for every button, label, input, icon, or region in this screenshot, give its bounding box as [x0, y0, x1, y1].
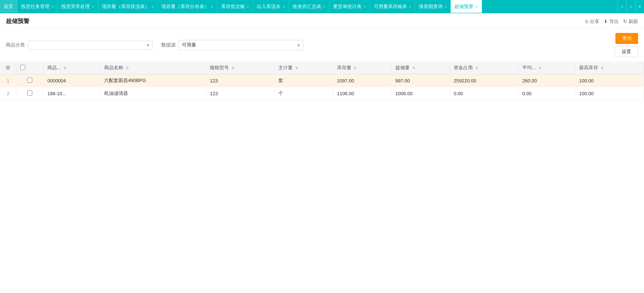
query-button[interactable]: 查询	[615, 33, 638, 44]
nav-quality-check-label: 保质期查询	[419, 3, 443, 10]
sort-icon: ⇅	[538, 66, 541, 70]
nav-in-out[interactable]: 出入库流水 ×	[253, 0, 289, 13]
nav-task-mgmt-label: 拣货任务管理	[21, 3, 50, 10]
export-button[interactable]: ⬇ 导出	[604, 18, 619, 25]
col-product-name-label: 商品名称	[104, 65, 123, 70]
select-all-checkbox[interactable]	[20, 65, 25, 70]
cell-unit: 套	[275, 74, 333, 87]
col-unit-label: 主计量	[278, 65, 293, 70]
share-label: 分享	[590, 18, 599, 25]
close-icon[interactable]: ×	[363, 4, 366, 9]
cell-spec: 123	[206, 87, 275, 100]
page-title: 超储预警	[6, 18, 29, 25]
cell-product-name: 六配套新昌490BPG	[100, 74, 206, 87]
sort-icon: ⇅	[231, 66, 234, 70]
nav-abnormal[interactable]: 拣货异常处理 ×	[58, 0, 98, 13]
sort-icon: ⇅	[126, 66, 129, 70]
share-button[interactable]: ⎗ 分享	[585, 18, 599, 25]
close-icon[interactable]: ×	[409, 4, 411, 9]
nav-inventory-status[interactable]: 现存量（库存状况表） ×	[98, 0, 158, 13]
cell-no: 1	[0, 74, 16, 87]
nav-order-stats-label: 要货单统计表	[333, 3, 362, 10]
cell-stock: 1097.00	[333, 74, 391, 87]
close-icon[interactable]: ×	[151, 4, 154, 9]
page-content: 超储预警 ⎗ 分享 ⬇ 导出 ↻ 刷新 商品分类 ▾ 数据源	[0, 13, 644, 293]
sort-icon: ⇅	[412, 66, 415, 70]
cell-overstock: 997.00	[391, 74, 450, 87]
table-row: 2186-10...机油滤清器123个1106.001006.000.000.0…	[0, 87, 644, 100]
close-icon[interactable]: ×	[211, 4, 213, 9]
refresh-label: 刷新	[629, 18, 638, 25]
col-max-stock-label: 最高库存	[579, 65, 598, 70]
nav-arrows: ‹ › ×	[618, 0, 644, 13]
row-checkbox[interactable]	[27, 90, 32, 96]
refresh-button[interactable]: ↻ 刷新	[623, 18, 638, 25]
col-product-name[interactable]: 商品名称 ⇅	[100, 62, 206, 74]
close-icon[interactable]: ×	[323, 4, 325, 9]
col-avg[interactable]: 平均... ⇅	[519, 62, 575, 74]
nav-batch[interactable]: 库存批次账 ×	[217, 0, 253, 13]
cell-product-code: 186-10...	[44, 87, 100, 100]
nav-close-arrow[interactable]: ×	[635, 0, 644, 13]
chevron-down-icon: ▾	[297, 42, 300, 48]
col-stock[interactable]: 库存量 ⇅	[333, 62, 391, 74]
export-icon: ⬇	[604, 19, 608, 24]
settings-icon[interactable]: ⚙	[6, 64, 10, 71]
nav-task-mgmt[interactable]: 拣货任务管理 ×	[17, 0, 58, 13]
nav-inventory-dist[interactable]: 现存量（库存分布表） ×	[158, 0, 217, 13]
datasource-select[interactable]: 可用量 ▾	[179, 40, 303, 50]
col-spec-label: 规格型号	[210, 65, 229, 70]
cell-unit: 个	[275, 87, 333, 100]
set-button[interactable]: 设置	[615, 46, 638, 57]
col-unit[interactable]: 主计量 ⇅	[275, 62, 333, 74]
cell-product-name: 机油滤清器	[100, 87, 206, 100]
col-max-stock[interactable]: 最高库存 ⇅	[575, 62, 644, 74]
nav-quality-check[interactable]: 保质期查询 ×	[415, 0, 451, 13]
col-checkbox[interactable]	[16, 62, 44, 74]
row-checkbox[interactable]	[27, 78, 32, 83]
nav-overstock-alert[interactable]: 超储预警 ×	[451, 0, 482, 13]
col-product-code[interactable]: 商品... ⇅	[44, 62, 100, 74]
close-icon[interactable]: ×	[444, 4, 447, 9]
page-header: 超储预警 ⎗ 分享 ⬇ 导出 ↻ 刷新	[0, 13, 644, 29]
nav-abnormal-label: 拣货异常处理	[61, 3, 90, 10]
cell-stock: 1106.00	[333, 87, 391, 100]
nav-usable-account-label: 可用量库存账本	[374, 3, 407, 10]
close-icon[interactable]: ×	[92, 4, 94, 9]
top-navigation: 首页 拣货任务管理 × 拣货异常处理 × 现存量（库存状况表） × 现存量（库存…	[0, 0, 644, 13]
cell-no: 2	[0, 87, 16, 100]
nav-collect[interactable]: 收发存汇总表 ×	[289, 0, 329, 13]
nav-home-label: 首页	[4, 3, 13, 10]
close-icon[interactable]: ×	[51, 4, 54, 9]
col-avg-label: 平均...	[522, 65, 536, 70]
nav-inventory-status-label: 现存量（库存状况表）	[102, 3, 150, 10]
category-filter: 商品分类 ▾	[6, 41, 153, 50]
close-icon[interactable]: ×	[282, 4, 285, 9]
category-select[interactable]: ▾	[28, 41, 153, 50]
cell-checkbox[interactable]	[16, 74, 44, 87]
nav-prev-arrow[interactable]: ‹	[618, 0, 626, 13]
export-label: 导出	[609, 18, 619, 25]
share-icon: ⎗	[585, 19, 588, 24]
filter-buttons: 查询 设置	[615, 33, 638, 57]
nav-usable-account[interactable]: 可用量库存账本 ×	[370, 0, 415, 13]
cell-avg: 0.00	[519, 87, 575, 100]
col-capital[interactable]: 资金占用 ⇅	[450, 62, 519, 74]
sort-icon: ⇅	[475, 66, 478, 70]
cell-product-code: 0000004	[44, 74, 100, 87]
col-settings[interactable]: ⚙	[0, 62, 16, 74]
cell-capital: 259220.00	[450, 74, 519, 87]
close-icon[interactable]: ×	[475, 4, 477, 9]
cell-max-stock: 100.00	[575, 74, 644, 87]
sort-icon: ⇅	[354, 66, 356, 70]
nav-collect-label: 收发存汇总表	[293, 3, 321, 10]
nav-in-out-label: 出入库流水	[257, 3, 281, 10]
cell-spec: 123	[206, 74, 275, 87]
nav-next-arrow[interactable]: ›	[626, 0, 635, 13]
col-overstock[interactable]: 超储量 ⇅	[391, 62, 450, 74]
close-icon[interactable]: ×	[247, 4, 249, 9]
nav-order-stats[interactable]: 要货单统计表 ×	[329, 0, 370, 13]
col-spec[interactable]: 规格型号 ⇅	[206, 62, 275, 74]
nav-home[interactable]: 首页	[0, 0, 17, 13]
cell-checkbox[interactable]	[16, 87, 44, 100]
